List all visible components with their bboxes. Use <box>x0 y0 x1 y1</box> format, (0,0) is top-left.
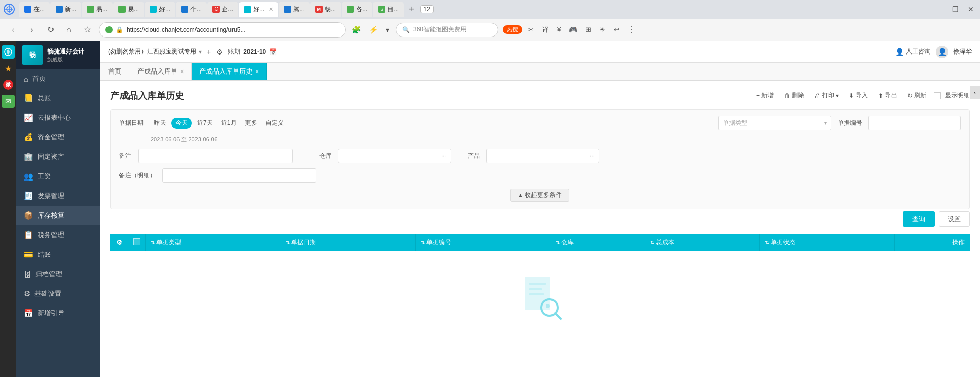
support-btn[interactable]: 👤 人工咨询 <box>895 47 931 56</box>
filter-date-1month[interactable]: 近1月 <box>218 118 240 129</box>
tab-item-12[interactable]: S 目... <box>373 2 404 17</box>
tab-item-11[interactable]: 各... <box>342 2 372 17</box>
game-tool[interactable]: 🎮 <box>567 26 579 33</box>
filter-date-7days[interactable]: 近7天 <box>194 118 216 129</box>
filter-detail-remark-input[interactable] <box>162 168 316 183</box>
sidebar-item-archive[interactable]: 🗄 归档管理 <box>16 264 100 284</box>
grid-tool[interactable]: ⊞ <box>583 26 593 33</box>
filter-date-yesterday[interactable]: 昨天 <box>151 118 169 129</box>
query-button[interactable]: 查询 <box>903 211 935 227</box>
filter-date-more[interactable]: 更多 <box>242 118 260 129</box>
th-status[interactable]: ⇅ 单据状态 <box>759 234 895 251</box>
show-detail-checkbox[interactable] <box>934 92 941 99</box>
svg-rect-6 <box>529 293 544 295</box>
filter-date-custom[interactable]: 自定义 <box>262 118 287 129</box>
tab-item-9[interactable]: 腾... <box>279 2 310 17</box>
th-checkbox[interactable] <box>129 234 145 251</box>
calendar-icon[interactable]: 📅 <box>269 48 277 56</box>
add-btn[interactable]: + 新增 <box>753 89 777 102</box>
side-panel-close-btn[interactable]: › <box>970 86 980 99</box>
page-tab-list-close[interactable]: ✕ <box>180 68 184 75</box>
sidebar-item-invoice[interactable]: 🧾 发票管理 <box>16 186 100 206</box>
th-warehouse[interactable]: ⇅ 仓库 <box>550 234 645 251</box>
search-box[interactable]: 🔍 360智能抠图免费用 <box>396 23 498 37</box>
sidebar-item-reports[interactable]: 📈 云报表中心 <box>16 108 100 128</box>
scissors-tool[interactable]: ✂ <box>526 26 536 33</box>
tab-item-6[interactable]: 个... <box>176 2 207 17</box>
sidebar-item-home[interactable]: ⌂ 首页 <box>16 69 100 88</box>
tab-item-7[interactable]: C 企... <box>207 2 238 17</box>
sidebar-item-period[interactable]: 📅 新增引导 <box>16 303 100 323</box>
address-bar[interactable]: 🔒 https://cloud.chanjet.com/accounting/u… <box>99 22 346 38</box>
filter-warehouse-select[interactable]: ··· <box>338 149 451 163</box>
nav-refresh[interactable]: ↻ <box>43 23 58 37</box>
tab-close-8[interactable]: ✕ <box>269 6 273 13</box>
th-date[interactable]: ⇅ 单据日期 <box>280 234 416 251</box>
sidebar-item-funds[interactable]: 💰 资金管理 <box>16 128 100 147</box>
th-type[interactable]: ⇅ 单据类型 <box>145 234 280 251</box>
sidebar-item-fixed-assets[interactable]: 🏢 固定资产 <box>16 147 100 167</box>
translate-tool[interactable]: 译 <box>540 25 551 34</box>
tab-item-3[interactable]: 易... <box>82 2 113 17</box>
sidebar-item-tax[interactable]: 📋 税务管理 <box>16 225 100 245</box>
tab-item-1[interactable]: 在... <box>19 2 50 17</box>
hot-badge[interactable]: 热搜 <box>503 25 522 34</box>
breadcrumb-home-tab[interactable]: 首页 <box>100 63 130 80</box>
nav-bookmark[interactable]: ☆ <box>80 23 95 37</box>
company-selector[interactable]: (勿删勿禁用）江西服宝测试专用 ▾ <box>108 47 202 56</box>
window-minimize[interactable]: — <box>932 5 948 13</box>
refresh-btn[interactable]: ↻ 刷新 <box>904 89 930 102</box>
sidebar-item-inventory[interactable]: 📦 库存核算 <box>16 206 100 225</box>
window-maximize[interactable]: ❐ <box>948 5 963 13</box>
browser-logo <box>2 2 16 16</box>
tab-item-10[interactable]: M 畅... <box>310 2 341 17</box>
nav-home[interactable]: ⌂ <box>62 23 76 37</box>
collapse-btn[interactable]: ▲ 收起更多条件 <box>510 189 570 202</box>
select-all-checkbox[interactable] <box>133 238 140 245</box>
tab-item-2[interactable]: 新... <box>50 2 81 17</box>
tab-item-4[interactable]: 易... <box>113 2 144 17</box>
extensions-btn[interactable]: 🧩 <box>350 26 363 34</box>
window-close[interactable]: ✕ <box>964 5 978 13</box>
support-icon: 👤 <box>895 48 904 56</box>
icon-bar-item-star[interactable]: ★ <box>2 62 15 75</box>
nav-forward[interactable]: › <box>25 23 39 37</box>
print-btn[interactable]: 🖨 打印 ▾ <box>811 89 842 102</box>
filter-product-select[interactable]: ··· <box>486 149 599 163</box>
brightness-tool[interactable]: ☀ <box>597 26 608 33</box>
icon-bar-item-app[interactable] <box>2 45 15 59</box>
delete-btn[interactable]: 🗑 删除 <box>781 89 807 102</box>
filter-type-select[interactable]: 单据类型 ▾ <box>718 116 831 130</box>
currency-tool[interactable]: ¥ <box>555 26 563 33</box>
import-btn[interactable]: ⬇ 导入 <box>846 89 871 102</box>
th-total-cost[interactable]: ⇅ 总成本 <box>645 234 759 251</box>
settings-button[interactable]: 设置 <box>939 211 970 227</box>
icon-bar-item-weibo[interactable]: 微 <box>2 78 15 92</box>
page-tab-list[interactable]: 产成品入库单 ✕ <box>130 63 192 80</box>
icon-bar-item-email[interactable]: ✉ <box>2 95 15 108</box>
lightning-btn[interactable]: ⚡ <box>367 26 380 34</box>
export-btn[interactable]: ⬆ 导出 <box>875 89 900 102</box>
nav-back[interactable]: ‹ <box>6 23 21 37</box>
th-gear[interactable]: ⚙ <box>110 234 129 251</box>
th-number[interactable]: ⇅ 单据编号 <box>415 234 550 251</box>
sidebar-item-ledger[interactable]: 📒 总账 <box>16 88 100 108</box>
user-avatar[interactable]: 👤 <box>936 46 948 58</box>
page-tab-history-close[interactable]: ✕ <box>255 68 259 75</box>
nav-settings[interactable]: ⋮ <box>626 25 638 34</box>
new-tab-button[interactable]: + <box>404 2 419 16</box>
add-account-btn[interactable]: + <box>207 48 211 56</box>
page-tab-history[interactable]: 产成品入库单历史 ✕ <box>192 63 267 80</box>
nav-dropdown[interactable]: ▾ <box>384 26 391 34</box>
sidebar-item-payroll[interactable]: 👥 工资 <box>16 167 100 186</box>
tab-item-8-active[interactable]: 好... ✕ <box>239 2 278 17</box>
sidebar-item-checkout[interactable]: 💳 结账 <box>16 245 100 264</box>
tab-item-5[interactable]: 好... <box>145 2 175 17</box>
filter-remark-input[interactable] <box>138 149 293 163</box>
filter-date-today[interactable]: 今天 <box>171 118 192 129</box>
filter-number-input[interactable] <box>868 116 961 130</box>
nav-more-left[interactable]: ↩ <box>612 26 621 33</box>
tab-label-6: 个... <box>190 5 202 14</box>
sidebar-item-basic[interactable]: ⚙ 基础设置 <box>16 284 100 303</box>
settings-icon-btn[interactable]: ⚙ <box>216 48 223 56</box>
